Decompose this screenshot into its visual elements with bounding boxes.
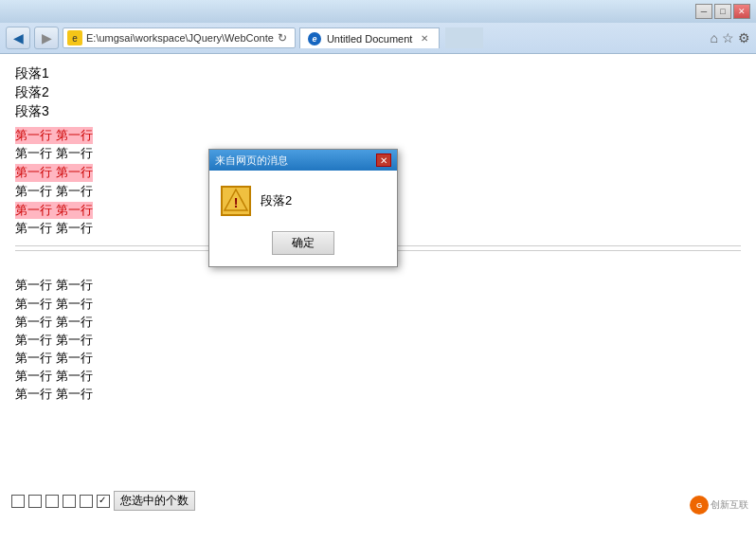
favorites-button[interactable]: ☆ [722,30,734,45]
list-item: 第一行 第一行 [15,126,741,145]
list-item: 第一行 第一行 [15,314,741,331]
title-bar-controls: ─ □ ✕ [695,4,750,19]
dialog-title-bar: 来自网页的消息 ✕ [209,150,397,171]
address-text: E:\umgsai\workspace\JQuery\WebConte [86,32,274,44]
warning-icon: ! [221,186,251,216]
checkbox-6[interactable] [97,495,110,508]
dialog-title: 来自网页的消息 [215,154,288,168]
dialog-footer: 确定 [209,226,397,266]
svg-text:!: ! [234,195,239,210]
list-item: 第一行 第一行 [15,350,741,367]
checkbox-2[interactable] [28,495,42,508]
watermark-logo: G [690,496,709,515]
browser-tab[interactable]: e Untitled Document ✕ [299,27,441,48]
row-highlight: 第一行 第一行 [15,202,93,219]
list-item: 第一行 第一行 [15,332,741,349]
checkbox-1[interactable] [11,495,25,508]
watermark-text: 创新互联 [711,498,748,512]
list-item: 第一行 第一行 [15,386,741,403]
paragraph-1: 段落1 [15,65,741,82]
title-bar: ─ □ ✕ [0,0,756,23]
dialog-message: 段落2 [261,192,292,209]
list-item: 第一行 第一行 [15,277,741,294]
browser-chrome: ─ □ ✕ ◀ ▶ e E:\umgsai\workspace\JQuery\W… [0,0,756,54]
checkbox-row: 您选中的个数 [11,491,195,511]
alert-dialog: 来自网页的消息 ✕ ! 段落2 确定 [208,149,398,267]
page-content: 段落1 段落2 段落3 第一行 第一行 第一行 第一行 第一行 第一行 第一行 … [0,54,756,518]
paragraph-3: 段落3 [15,103,741,120]
dialog-body: ! 段落2 [209,171,397,226]
checkbox-4[interactable] [63,495,76,508]
paragraph-2: 段落2 [15,84,741,101]
dialog-close-button[interactable]: ✕ [376,154,391,167]
home-button[interactable]: ⌂ [711,30,718,45]
nav-bar: ◀ ▶ e E:\umgsai\workspace\JQuery\WebCont… [0,23,756,53]
maximize-button[interactable]: □ [714,4,731,19]
watermark: G 创新互联 [690,496,748,515]
checkbox-5[interactable] [80,495,93,508]
row-highlight: 第一行 第一行 [15,127,93,144]
tab-close-button[interactable]: ✕ [418,32,431,45]
checkbox-3[interactable] [45,495,59,508]
paragraph-section: 段落1 段落2 段落3 [15,65,741,120]
window-close-button[interactable]: ✕ [733,4,750,19]
row-highlight: 第一行 第一行 [15,164,93,181]
list-item: 第一行 第一行 [15,368,741,385]
tab-title: Untitled Document [327,33,413,45]
minimize-button[interactable]: ─ [695,4,712,19]
list-item: 第一行 第一行 [15,296,741,313]
address-icon: e [67,30,82,45]
back-button[interactable]: ◀ [6,27,30,49]
dialog-ok-button[interactable]: 确定 [272,231,334,255]
forward-button[interactable]: ▶ [34,27,59,49]
count-button[interactable]: 您选中的个数 [114,491,195,511]
svg-text:e: e [72,33,78,44]
ie-icon: e [308,32,321,45]
rows-section-2: 第一行 第一行 第一行 第一行 第一行 第一行 第一行 第一行 第一行 第一行 … [15,259,741,404]
settings-button[interactable]: ⚙ [738,30,750,45]
refresh-button[interactable]: ↻ [274,29,291,46]
address-bar[interactable]: e E:\umgsai\workspace\JQuery\WebConte ↻ [63,27,296,48]
